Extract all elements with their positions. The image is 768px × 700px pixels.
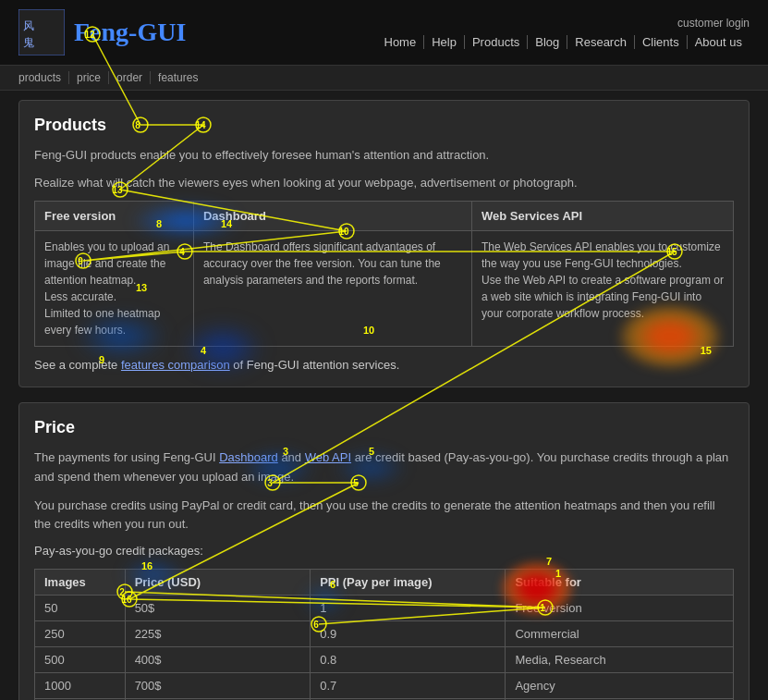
subnav-order[interactable]: order	[109, 71, 151, 84]
nav-about[interactable]: About us	[688, 35, 750, 49]
sub-nav: products price order features	[0, 66, 768, 91]
header: 风 鬼 Feng-GUI customer login Home Help Pr…	[0, 0, 768, 66]
api-desc: The Web Services API enables you to cust…	[472, 231, 734, 347]
nav-blog[interactable]: Blog	[528, 35, 567, 49]
price-section: Price 3 5 16 6 1 7	[18, 402, 750, 700]
table-row: Enables you to upload an image file and …	[35, 231, 734, 347]
dashboard-link[interactable]: Dashboard	[219, 450, 278, 464]
nav-help[interactable]: Help	[424, 35, 465, 49]
price-desc: The payments for using Feng-GUI Dashboar…	[34, 448, 734, 487]
nav-home[interactable]: Home	[377, 35, 425, 49]
col-price: Price (USD)	[125, 570, 311, 596]
col-dashboard: Dashboard	[193, 202, 471, 231]
header-right: customer login Home Help Products Blog R…	[377, 17, 750, 49]
products-desc1: Feng-GUI products enable you to effectiv…	[34, 146, 734, 165]
logo-icon: 风 鬼	[18, 9, 65, 55]
price-table: Images Price (USD) PPI (Pay per image) S…	[34, 569, 734, 700]
col-suitable: Suitable for	[506, 570, 734, 596]
table-row: 1000 700$ 0.7 Agency	[35, 673, 734, 699]
pay-label: Pay-as-you-go credit packages:	[34, 544, 734, 558]
products-desc2: Realize what will catch the viewers eyes…	[34, 174, 734, 192]
price-desc2: You purchase credits using PayPal or cre…	[34, 497, 734, 535]
svg-text:风: 风	[23, 19, 34, 32]
nav-clients[interactable]: Clients	[635, 35, 688, 49]
table-row: 50 50$ 1 Free version	[35, 596, 734, 621]
customer-login-link[interactable]: customer login	[377, 17, 750, 30]
subnav-features[interactable]: features	[151, 71, 205, 84]
nav-products[interactable]: Products	[465, 35, 528, 49]
free-desc: Enables you to upload an image file and …	[35, 231, 194, 347]
svg-text:鬼: 鬼	[23, 36, 34, 49]
logo-text: Feng-GUI	[74, 18, 186, 47]
table-row: 500 400$ 0.8 Media, Research	[35, 647, 734, 673]
col-free: Free version	[35, 202, 194, 231]
products-table: Free version Dashboard Web Services API …	[34, 201, 734, 347]
products-section: Products Feng-GUI products enable you to…	[18, 100, 750, 387]
col-ppi: PPI (Pay per image)	[311, 570, 506, 596]
main-content: Products Feng-GUI products enable you to…	[0, 91, 768, 700]
col-images: Images	[35, 570, 126, 596]
subnav-price[interactable]: price	[69, 71, 109, 84]
products-title: Products	[34, 116, 734, 135]
dashboard-desc: The Dashboard offers significant advanta…	[193, 231, 471, 347]
nav-research[interactable]: Research	[567, 35, 635, 49]
features-comparison-text: See a complete features comparison of Fe…	[34, 358, 734, 372]
table-row: 250 225$ 0.9 Commercial	[35, 621, 734, 647]
price-title: Price	[34, 418, 734, 437]
logo-area: 风 鬼 Feng-GUI	[18, 9, 186, 55]
api-link[interactable]: Web API	[305, 450, 351, 464]
main-nav: Home Help Products Blog Research Clients…	[377, 35, 750, 49]
subnav-products[interactable]: products	[18, 71, 69, 84]
features-comparison-link[interactable]: features comparison	[121, 358, 230, 372]
col-api: Web Services API	[472, 202, 734, 231]
